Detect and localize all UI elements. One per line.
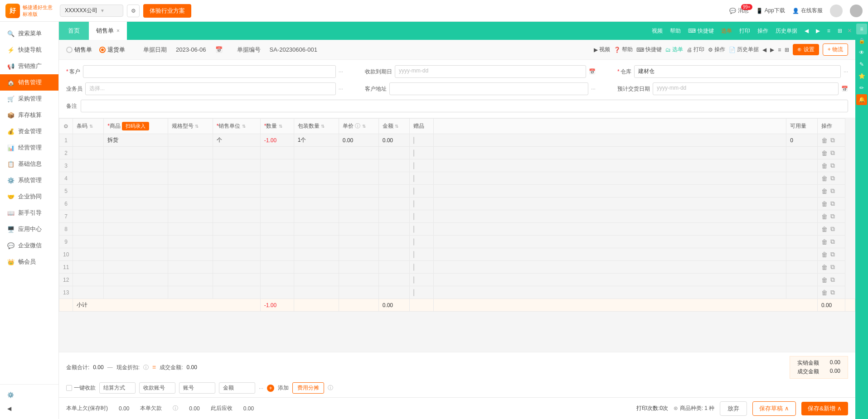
- shortcut-button[interactable]: ⌨ 快捷键: [686, 26, 715, 36]
- sidebar-item-quick-nav[interactable]: ⚡ 快捷导航: [0, 42, 58, 58]
- sidebar-item-operations[interactable]: 📊 经营管理: [0, 140, 58, 156]
- row-pkg-qty-6[interactable]: [294, 210, 339, 223]
- row-gift-6[interactable]: [409, 210, 433, 223]
- row-barcode-0[interactable]: [73, 134, 104, 147]
- select-toolbar-btn[interactable]: 🗂 选单: [665, 46, 683, 53]
- sidebar-item-inventory[interactable]: 📦 库存核算: [0, 107, 58, 123]
- row-product-8[interactable]: [104, 236, 168, 248]
- row-price-0[interactable]: 0.00: [339, 134, 378, 147]
- col-settings-header[interactable]: ⚙: [59, 119, 73, 134]
- row-amount-2[interactable]: [378, 159, 409, 172]
- row-delete-icon-5[interactable]: 🗑: [821, 200, 828, 207]
- customer-input[interactable]: [83, 65, 336, 78]
- row-gift-1[interactable]: [409, 147, 433, 159]
- row-amount-4[interactable]: [378, 185, 409, 197]
- customer-addr-input[interactable]: [389, 82, 588, 95]
- row-product-12[interactable]: [104, 286, 168, 299]
- row-qty-1[interactable]: [260, 147, 294, 159]
- shortcut-toolbar-btn[interactable]: ⌨ 快捷键: [636, 46, 662, 53]
- row-copy-icon-0[interactable]: ⧉: [830, 136, 835, 144]
- avatar[interactable]: [830, 5, 843, 17]
- view-list-button[interactable]: ≡: [825, 27, 832, 35]
- row-unit-0[interactable]: 个: [213, 134, 260, 147]
- row-amount-11[interactable]: [378, 274, 409, 286]
- print-button[interactable]: 打印: [737, 26, 752, 36]
- tab-home[interactable]: 首页: [59, 22, 89, 40]
- row-gift-12[interactable]: [409, 286, 433, 299]
- row-product-7[interactable]: [104, 223, 168, 236]
- gift-checkbox-10[interactable]: [413, 264, 414, 271]
- sidebar-item-wechat[interactable]: 💬 企业微信: [0, 237, 58, 254]
- sidebar-item-sales[interactable]: 🏠 销售管理: [0, 74, 58, 91]
- row-delete-icon-7[interactable]: 🗑: [821, 226, 828, 233]
- row-qty-2[interactable]: [260, 159, 294, 172]
- gift-checkbox-0[interactable]: [413, 137, 414, 144]
- row-barcode-7[interactable]: [73, 223, 104, 236]
- save-new-button[interactable]: 保存&新增 ∧: [801, 402, 848, 415]
- row-delete-icon-9[interactable]: 🗑: [821, 251, 828, 258]
- row-pkg-qty-3[interactable]: [294, 172, 339, 185]
- row-amount-7[interactable]: [378, 223, 409, 236]
- row-price-6[interactable]: [339, 210, 378, 223]
- row-price-2[interactable]: [339, 159, 378, 172]
- row-copy-icon-3[interactable]: ⧉: [830, 174, 835, 182]
- row-spec-10[interactable]: [168, 261, 213, 274]
- app-download-button[interactable]: 📱 App下载: [756, 7, 785, 14]
- row-qty-0[interactable]: -1.00: [260, 134, 294, 147]
- row-product-3[interactable]: [104, 172, 168, 185]
- gift-checkbox-8[interactable]: [413, 238, 414, 246]
- row-barcode-2[interactable]: [73, 159, 104, 172]
- rp-btn-7[interactable]: 🔔: [856, 94, 867, 105]
- select-button[interactable]: 选单: [719, 26, 734, 36]
- nav-next-button[interactable]: ▶: [814, 27, 822, 35]
- row-pkg-qty-1[interactable]: [294, 147, 339, 159]
- tab-sales-order[interactable]: 销售单 ×: [89, 22, 127, 40]
- row-copy-icon-11[interactable]: ⧉: [830, 276, 835, 284]
- gift-checkbox-4[interactable]: [413, 188, 414, 195]
- row-unit-2[interactable]: [213, 159, 260, 172]
- row-unit-3[interactable]: [213, 172, 260, 185]
- row-qty-10[interactable]: [260, 261, 294, 274]
- row-spec-9[interactable]: [168, 248, 213, 261]
- row-delete-icon-10[interactable]: 🗑: [821, 264, 828, 271]
- row-copy-icon-7[interactable]: ⧉: [830, 225, 835, 233]
- row-gift-9[interactable]: [409, 248, 433, 261]
- row-spec-12[interactable]: [168, 286, 213, 299]
- row-price-5[interactable]: [339, 197, 378, 210]
- row-amount-1[interactable]: [378, 147, 409, 159]
- row-pkg-qty-2[interactable]: [294, 159, 339, 172]
- row-price-11[interactable]: [339, 274, 378, 286]
- row-amount-3[interactable]: [378, 172, 409, 185]
- notes-input[interactable]: [81, 100, 848, 112]
- next-toolbar-btn[interactable]: ▶: [770, 47, 774, 53]
- row-barcode-11[interactable]: [73, 274, 104, 286]
- gift-checkbox-3[interactable]: [413, 175, 414, 182]
- row-pkg-qty-0[interactable]: 1个: [294, 134, 339, 147]
- row-amount-8[interactable]: [378, 236, 409, 248]
- row-delete-icon-4[interactable]: 🗑: [821, 188, 828, 195]
- row-copy-icon-9[interactable]: ⧉: [830, 250, 835, 258]
- row-price-8[interactable]: [339, 236, 378, 248]
- row-price-12[interactable]: [339, 286, 378, 299]
- row-price-9[interactable]: [339, 248, 378, 261]
- avatar-2[interactable]: [850, 5, 863, 17]
- one-click-pay-checkbox[interactable]: 一键收款: [66, 384, 96, 392]
- history-toolbar-btn[interactable]: 📄 历史单据: [729, 46, 759, 53]
- message-button[interactable]: 💬 消息 99+: [729, 7, 749, 14]
- row-unit-5[interactable]: [213, 197, 260, 210]
- warehouse-input[interactable]: 建材仓: [634, 65, 841, 78]
- rp-btn-4[interactable]: ✎: [856, 59, 867, 70]
- row-barcode-10[interactable]: [73, 261, 104, 274]
- gift-checkbox-1[interactable]: [413, 149, 414, 157]
- video-toolbar-btn[interactable]: ▶ 视频: [594, 46, 610, 53]
- row-qty-4[interactable]: [260, 185, 294, 197]
- row-qty-7[interactable]: [260, 223, 294, 236]
- salesperson-more-icon[interactable]: ···: [339, 86, 343, 92]
- row-gift-3[interactable]: [409, 172, 433, 185]
- radio-return-order[interactable]: 退货单: [99, 46, 125, 54]
- sidebar-item-search[interactable]: 🔍 搜索菜单: [0, 25, 58, 42]
- row-spec-8[interactable]: [168, 236, 213, 248]
- row-gift-11[interactable]: [409, 274, 433, 286]
- due-date-input[interactable]: yyyy-mm-dd: [395, 65, 586, 78]
- row-amount-10[interactable]: [378, 261, 409, 274]
